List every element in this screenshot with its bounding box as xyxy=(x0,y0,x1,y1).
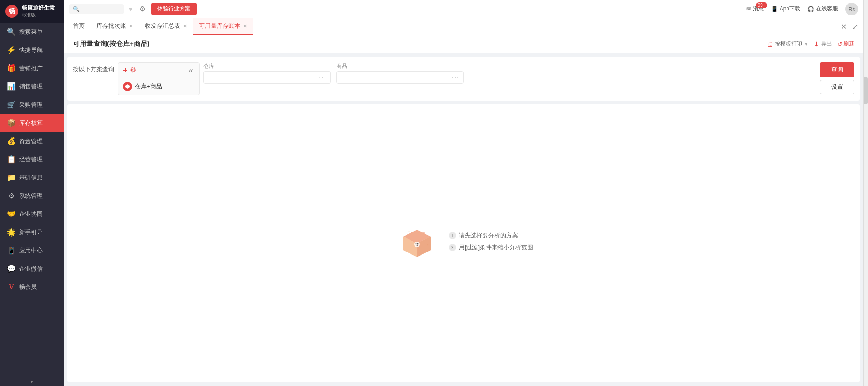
svg-text:✦: ✦ xyxy=(422,231,426,235)
right-scrollbar[interactable] xyxy=(863,0,868,386)
topbar-message-btn[interactable]: ✉ 消息 99+ xyxy=(746,5,764,13)
wechat-icon: 💬 xyxy=(7,265,15,273)
tab-close-icon[interactable]: ✕ xyxy=(839,21,848,33)
scheme-settings-icon[interactable]: ⚙ xyxy=(130,66,136,75)
message-badge: 99+ xyxy=(756,2,767,8)
empty-illustration: ✦ ✦ ✦ xyxy=(394,221,440,266)
tab-available-ledger[interactable]: 可用量库存账本 ✕ xyxy=(193,18,253,35)
sidebar-item-system[interactable]: ⚙ 系统管理 xyxy=(0,187,64,205)
sidebar-item-shortcut[interactable]: ⚡ 快捷导航 xyxy=(0,41,64,59)
search-icon: 🔍 xyxy=(7,28,15,36)
topbar-app-download-btn[interactable]: 📱 App下载 xyxy=(771,5,800,13)
tab-batch-ledger-close[interactable]: ✕ xyxy=(129,23,133,29)
settings-btn[interactable]: 设置 xyxy=(820,80,854,94)
app-version: 标准版 xyxy=(22,12,55,18)
scheme-collapse-btn[interactable]: « xyxy=(187,67,195,75)
refresh-icon: ↺ xyxy=(838,41,842,47)
sidebar-scroll-down[interactable]: ▼ xyxy=(0,377,64,386)
query-btn[interactable]: 查询 xyxy=(820,62,854,77)
sidebar-header: 畅 畅康通好生意 标准版 xyxy=(0,0,64,23)
industry-solution-btn[interactable]: 体验行业方案 xyxy=(151,3,197,15)
system-icon: ⚙ xyxy=(7,192,15,200)
tab-home[interactable]: 首页 xyxy=(67,18,90,35)
scheme-item-warehouse-goods[interactable]: 仓库+商品 xyxy=(118,78,199,95)
sidebar-item-inventory[interactable]: 📦 库存核算 xyxy=(0,114,64,132)
topbar: 🔍 ▼ ⚙ 体验行业方案 ✉ 消息 99+ 📱 App下载 🎧 在线客服 Rit xyxy=(64,0,863,18)
message-icon: ✉ xyxy=(746,6,751,12)
topbar-dropdown-icon[interactable]: ▼ xyxy=(127,5,134,13)
topbar-search-box: 🔍 xyxy=(69,4,124,14)
sidebar-item-operations[interactable]: 📋 经营管理 xyxy=(0,150,64,169)
sidebar-item-finance[interactable]: 💰 资金管理 xyxy=(0,132,64,150)
topbar-gear-icon[interactable]: ⚙ xyxy=(137,5,147,13)
warehouse-field-input: ··· xyxy=(203,71,331,84)
operations-icon: 📋 xyxy=(7,155,15,164)
enterprise-icon: 🤝 xyxy=(7,210,15,218)
sidebar-item-sales[interactable]: 📊 销售管理 xyxy=(0,77,64,96)
filter-area: 按以下方案查询 + ⚙ « 仓库+商品 xyxy=(67,57,860,101)
export-icon: ⬇ xyxy=(814,41,819,48)
tab-batch-ledger[interactable]: 库存批次账 ✕ xyxy=(91,18,138,35)
topbar-search-input[interactable] xyxy=(81,6,118,12)
refresh-btn[interactable]: ↺ 刷新 xyxy=(838,40,854,48)
goods-dots[interactable]: ··· xyxy=(452,74,460,81)
print-template-btn[interactable]: 🖨 按模板打印 ▼ xyxy=(766,40,808,48)
tabs-bar: 首页 库存批次账 ✕ 收发存汇总表 ✕ 可用量库存账本 ✕ ✕ ⤢ xyxy=(64,18,863,35)
tab-available-ledger-close[interactable]: ✕ xyxy=(243,23,247,29)
marketing-icon: 🎁 xyxy=(7,64,15,72)
page-title: 可用量查询(按仓库+商品) xyxy=(73,40,150,48)
page-header: 可用量查询(按仓库+商品) 🖨 按模板打印 ▼ ⬇ 导出 ↺ 刷新 xyxy=(64,35,863,53)
headset-icon: 🎧 xyxy=(807,6,814,12)
sidebar-item-wechat[interactable]: 💬 企业微信 xyxy=(0,260,64,278)
sidebar-item-vip[interactable]: V 畅会员 xyxy=(0,278,64,296)
empty-step1: 1 请先选择要分析的方案 xyxy=(449,232,533,240)
tab-expand-icon[interactable]: ⤢ xyxy=(850,21,860,33)
export-btn[interactable]: ⬇ 导出 xyxy=(814,40,832,48)
sidebar-item-purchase[interactable]: 🛒 采购管理 xyxy=(0,96,64,114)
svg-text:✦: ✦ xyxy=(427,243,429,246)
filter-fields: 仓库 ··· 商品 ··· xyxy=(203,62,816,84)
filter-scheme-panel: + ⚙ « 仓库+商品 xyxy=(118,62,200,95)
appcenter-icon: 📱 xyxy=(7,247,15,255)
goods-field-input: ··· xyxy=(336,71,464,84)
empty-step2: 2 用[过滤]条件来缩小分析范围 xyxy=(449,243,533,252)
app-name: 畅康通好生意 xyxy=(22,5,55,12)
filter-row: 按以下方案查询 + ⚙ « 仓库+商品 xyxy=(73,62,854,95)
sidebar-item-marketing[interactable]: 🎁 营销推广 xyxy=(0,59,64,77)
sidebar-item-enterprise[interactable]: 🤝 企业协同 xyxy=(0,205,64,223)
tab-receive-summary[interactable]: 收发存汇总表 ✕ xyxy=(139,18,193,35)
empty-text: 1 请先选择要分析的方案 2 用[过滤]条件来缩小分析范围 xyxy=(449,232,533,255)
warehouse-input[interactable] xyxy=(208,74,317,81)
warehouse-dots[interactable]: ··· xyxy=(319,74,327,81)
topbar-user-avatar[interactable]: Rit xyxy=(845,3,858,15)
sidebar-nav: 🔍 搜索菜单 ⚡ 快捷导航 🎁 营销推广 📊 销售管理 🛒 采购管理 📦 库存核… xyxy=(0,23,64,377)
sidebar-item-baseinfo[interactable]: 📁 基础信息 xyxy=(0,169,64,187)
scheme-actions: + ⚙ xyxy=(123,66,136,75)
vip-icon: V xyxy=(7,283,15,291)
sidebar-item-search[interactable]: 🔍 搜索菜单 xyxy=(0,23,64,41)
svg-text:✦: ✦ xyxy=(408,230,410,232)
inventory-icon: 📦 xyxy=(7,119,15,127)
scroll-track xyxy=(864,0,868,386)
sales-icon: 📊 xyxy=(7,82,15,91)
main-area: 🔍 ▼ ⚙ 体验行业方案 ✉ 消息 99+ 📱 App下载 🎧 在线客服 Rit xyxy=(64,0,863,386)
filter-label: 按以下方案查询 xyxy=(73,62,114,73)
topbar-service-btn[interactable]: 🎧 在线客服 xyxy=(807,5,838,13)
goods-input[interactable] xyxy=(340,74,450,81)
shortcut-icon: ⚡ xyxy=(7,46,15,54)
app-logo: 畅 xyxy=(5,5,18,18)
action-col: 查询 设置 xyxy=(820,62,854,94)
scroll-thumb[interactable] xyxy=(864,77,868,104)
scheme-add-icon[interactable]: + xyxy=(123,66,128,75)
print-dropdown-icon: ▼ xyxy=(804,41,808,46)
page-header-actions: 🖨 按模板打印 ▼ ⬇ 导出 ↺ 刷新 xyxy=(766,40,854,48)
sidebar-item-newbie[interactable]: 🌟 新手引导 xyxy=(0,223,64,242)
filter-scheme-header: + ⚙ « xyxy=(118,63,199,78)
page-content: 可用量查询(按仓库+商品) 🖨 按模板打印 ▼ ⬇ 导出 ↺ 刷新 xyxy=(64,35,863,386)
goods-field-label: 商品 xyxy=(336,62,464,70)
scheme-icon xyxy=(123,82,132,91)
svg-point-4 xyxy=(414,242,420,247)
empty-state: ✦ ✦ ✦ 1 请先选择要分析的方案 2 用[过滤]条件来缩小分析范围 xyxy=(67,104,860,382)
sidebar-item-appcenter[interactable]: 📱 应用中心 xyxy=(0,242,64,260)
tab-receive-summary-close[interactable]: ✕ xyxy=(183,23,187,29)
